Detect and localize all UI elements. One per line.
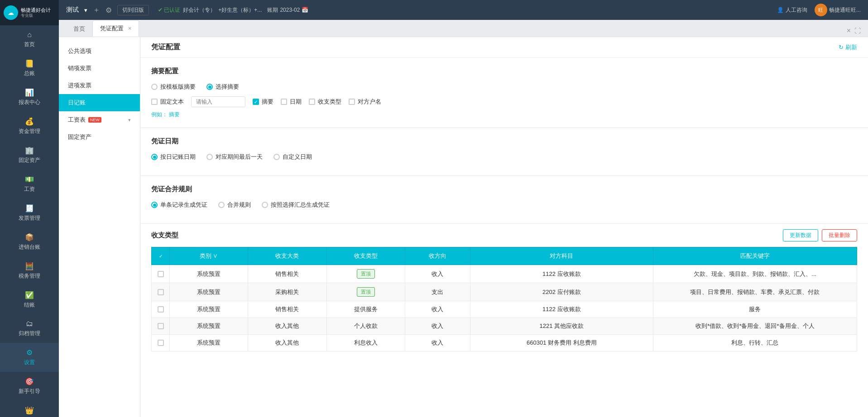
sidebar-logo: ☁ 畅捷通好会计 专业版 — [0, 0, 59, 25]
col-income-type: 收支类型 — [326, 247, 405, 265]
table-row: 系统预置 收入其他 个人收款 收入 1221 其他应收款 收到*借款、收到*备用… — [152, 318, 857, 335]
sidebar-item-label: 新手引导 — [19, 388, 40, 395]
col-checkbox[interactable]: ✓ — [152, 247, 170, 265]
sidebar-item-funds[interactable]: 💰 资金管理 — [0, 112, 59, 141]
sidebar-item-ledger[interactable]: 📒 总账 — [0, 54, 59, 83]
reports-icon: 📊 — [25, 88, 34, 97]
sidebar-item-payroll[interactable]: 💵 工资 — [0, 170, 59, 199]
row-checkbox-cell[interactable] — [152, 265, 170, 283]
logo-text: 畅捷通好会计 专业版 — [21, 7, 51, 19]
sidebar-item-label: 结账 — [24, 301, 35, 309]
pin-tag-button[interactable]: 置顶 — [357, 287, 375, 297]
radio-merge-rule[interactable]: 合并规则 — [218, 201, 251, 209]
topbar-plus-icon[interactable]: ＋ — [93, 5, 100, 15]
sidebar-item-assets[interactable]: 🏢 固定资产 — [0, 141, 59, 170]
logo-icon: ☁ — [4, 5, 18, 20]
table-actions: 更新数据 批量删除 — [783, 229, 857, 242]
consultant-link[interactable]: 👤 人工咨询 — [777, 6, 807, 14]
sidebar-item-settings[interactable]: ⚙ 设置 — [0, 343, 59, 372]
tab-close-icon[interactable]: × — [128, 25, 132, 32]
switch-version-button[interactable]: 切到旧版 — [117, 5, 149, 15]
row-income-type: 提供服务 — [326, 301, 405, 318]
invoices-icon: 🧾 — [25, 204, 34, 213]
row-checkbox-cell[interactable] — [152, 301, 170, 318]
radio-custom-date[interactable]: 自定义日期 — [273, 153, 312, 161]
checkbox-date[interactable]: 日期 — [281, 98, 302, 106]
sidebar-item-purchase[interactable]: 📦 进销台账 — [0, 227, 59, 256]
tab-voucher-config[interactable]: 凭证配置 × — [92, 20, 139, 37]
leftnav-payroll-table[interactable]: 工资表 NEW ▾ — [59, 111, 140, 128]
radio-template-circle — [151, 84, 158, 90]
close-window-button[interactable]: × — [847, 27, 851, 35]
avatar: 旺 — [815, 4, 827, 16]
fullscreen-button[interactable]: ⛶ — [854, 27, 861, 34]
leftnav-public[interactable]: 公共选项 — [59, 43, 140, 60]
row-direction: 收入 — [405, 335, 470, 351]
radio-select-total[interactable]: 按照选择汇总生成凭证 — [262, 201, 330, 209]
sidebar-item-label: 发票管理 — [19, 214, 40, 222]
purchase-icon: 📦 — [25, 233, 34, 242]
radio-period-last[interactable]: 对应期间最后一天 — [206, 153, 263, 161]
pin-tag-button[interactable]: 置顶 — [357, 269, 375, 279]
settings-icon: ⚙ — [26, 348, 33, 357]
sidebar-item-tax[interactable]: 🧮 税务管理 — [0, 256, 59, 285]
income-table-section: 收支类型 更新数据 批量删除 ✓ 类别 ∨ 收支大类 — [140, 224, 868, 360]
update-data-button[interactable]: 更新数据 — [783, 229, 818, 242]
sidebar-item-invoices[interactable]: 🧾 发票管理 — [0, 199, 59, 227]
radio-journal-date[interactable]: 按日记账日期 — [151, 153, 196, 161]
fixed-text-input[interactable] — [191, 96, 245, 107]
row-checkbox-cell[interactable] — [152, 318, 170, 335]
sidebar-item-home[interactable]: ⌂ 首页 — [0, 25, 59, 54]
row-keywords: 服务 — [653, 301, 857, 318]
checkbox-abstract[interactable]: ✓ 摘要 — [253, 98, 273, 106]
row-checkbox-cell[interactable] — [152, 283, 170, 301]
col-account: 对方科目 — [470, 247, 653, 265]
date-section-title: 凭证日期 — [151, 137, 857, 146]
radio-template-summary[interactable]: 按模板版摘要 — [151, 83, 196, 91]
good-biz-tag: +好生意（标）+... — [218, 6, 262, 14]
member-icon: 👑 — [25, 406, 34, 415]
sidebar-item-member[interactable]: 👑 畅会员 — [0, 401, 59, 417]
sidebar-item-label: 固定资产 — [19, 156, 40, 164]
row-checkbox-cell[interactable] — [152, 335, 170, 351]
sidebar-item-guide[interactable]: 🎯 新手引导 — [0, 372, 59, 401]
table-row: 系统预置 收入其他 利息收入 收入 660301 财务费用 利息费用 利息、行转… — [152, 335, 857, 351]
checkbox-income-type[interactable]: 收支类型 — [309, 98, 341, 106]
checkbox-fixed-text[interactable]: 固定文本 — [151, 98, 184, 106]
sidebar-item-closing[interactable]: ✅ 结账 — [0, 285, 59, 314]
row-keywords: 欠款、现金、项目款、到款、报销款、汇入、... — [653, 265, 857, 283]
sidebar-item-label: 首页 — [24, 41, 35, 48]
batch-delete-button[interactable]: 批量删除 — [822, 229, 857, 242]
archive-icon: 🗂 — [26, 320, 33, 328]
custom-date-circle — [273, 154, 280, 160]
radio-single-record[interactable]: 单条记录生成凭证 — [151, 201, 207, 209]
row-direction: 支出 — [405, 283, 470, 301]
row-category: 系统预置 — [170, 318, 248, 335]
topbar-title: 测试 — [66, 6, 79, 14]
table-title: 收支类型 — [151, 231, 178, 240]
leftnav-fixed-assets[interactable]: 固定资产 — [59, 128, 140, 146]
row-account: 1122 应收账款 — [470, 265, 653, 283]
row-account: 1221 其他应收款 — [470, 318, 653, 335]
tab-home[interactable]: 首页 — [66, 21, 92, 37]
calendar-icon[interactable]: 📅 — [302, 7, 308, 13]
leftnav-purchase-invoice[interactable]: 进项发票 — [59, 77, 140, 94]
topbar-dropdown[interactable]: ▾ — [84, 7, 87, 14]
leftnav-journal[interactable]: 日记账 — [59, 94, 140, 111]
certified-tag: ✔ 已认证 — [158, 6, 180, 14]
leftnav-sales-invoice[interactable]: 销项发票 — [59, 60, 140, 77]
topbar-gear-icon[interactable]: ⚙ — [106, 6, 112, 14]
select-total-circle — [262, 202, 268, 208]
refresh-icon: ↻ — [839, 44, 844, 51]
refresh-button[interactable]: ↻ 刷新 — [839, 43, 857, 52]
table-header: ✓ 类别 ∨ 收支大类 收支类型 收方向 对方科目 匹配关键字 — [152, 247, 857, 265]
sidebar-item-label: 报表中心 — [19, 99, 40, 106]
sidebar: ☁ 畅捷通好会计 专业版 ⌂ 首页 📒 总账 📊 报表中心 💰 资金管理 🏢 固… — [0, 0, 59, 417]
radio-select-summary[interactable]: 选择摘要 — [206, 83, 239, 91]
checkbox-counterparty[interactable]: 对方户名 — [349, 98, 381, 106]
sidebar-item-reports[interactable]: 📊 报表中心 — [0, 83, 59, 112]
right-content-panel: 凭证配置 ↻ 刷新 摘要配置 按模板版摘要 选择摘要 — [140, 37, 868, 417]
sidebar-item-archive[interactable]: 🗂 归档管理 — [0, 314, 59, 343]
summary-section-title: 摘要配置 — [151, 67, 857, 76]
user-menu[interactable]: 旺 畅捷通旺旺... — [815, 4, 861, 16]
